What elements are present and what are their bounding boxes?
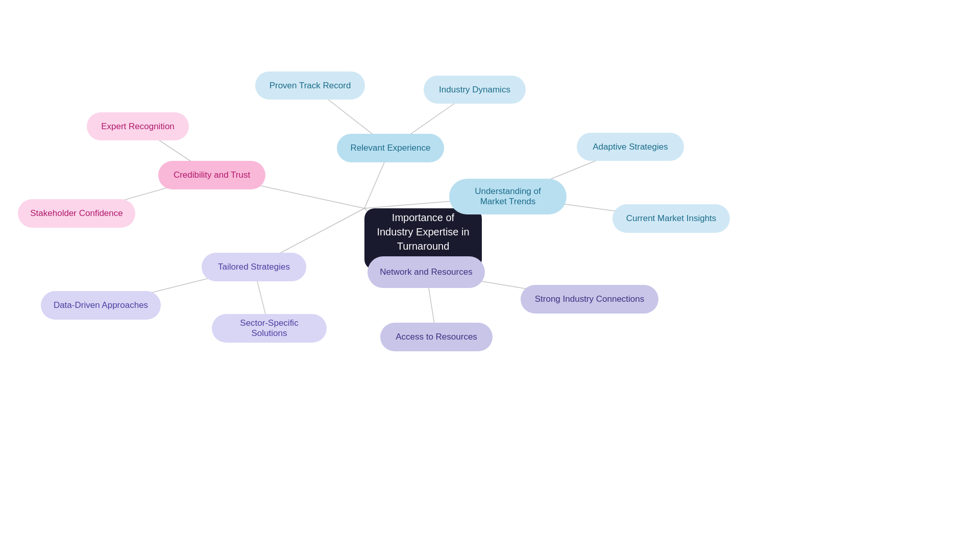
node-data-driven-approaches: Data-Driven Approaches [41, 291, 161, 320]
node-current-market-insights: Current Market Insights [612, 204, 730, 233]
node-tailored-strategies: Tailored Strategies [202, 253, 306, 281]
node-strong-industry-connections: Strong Industry Connections [521, 285, 658, 314]
node-proven-track-record: Proven Track Record [255, 71, 365, 100]
node-understanding-market-trends: Understanding of Market Trends [449, 179, 567, 214]
node-adaptive-strategies: Adaptive Strategies [577, 133, 684, 161]
node-expert-recognition: Expert Recognition [87, 112, 189, 140]
node-industry-dynamics: Industry Dynamics [424, 76, 526, 104]
node-credibility-and-trust: Credibility and Trust [158, 161, 265, 189]
node-sector-specific-solutions: Sector-Specific Solutions [212, 314, 327, 343]
node-stakeholder-confidence: Stakeholder Confidence [18, 199, 135, 228]
node-network-and-resources: Network and Resources [368, 256, 485, 288]
node-access-to-resources: Access to Resources [380, 323, 493, 351]
node-relevant-experience: Relevant Experience [337, 134, 444, 162]
